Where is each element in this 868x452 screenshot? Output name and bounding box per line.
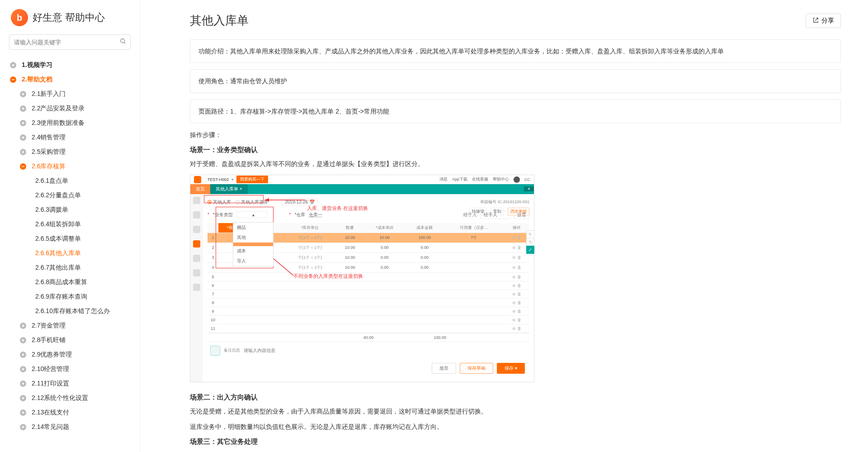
share-button[interactable]: 分享 xyxy=(806,14,841,28)
nav-item[interactable]: 2.6.10库存账本错了怎么办 xyxy=(9,304,140,319)
search-box xyxy=(9,34,131,50)
top-link[interactable]: 在线客服 xyxy=(472,176,488,182)
rail-icon[interactable] xyxy=(193,240,200,247)
brand-icon xyxy=(194,176,201,183)
col-header: *库存单位 xyxy=(284,223,336,233)
cancel-button[interactable]: 放弃 xyxy=(432,363,456,374)
role-label: 使用角色： xyxy=(198,77,230,85)
nav-item[interactable]: 2.11打印设置 xyxy=(9,376,140,391)
dropdown-option[interactable]: 赠品 xyxy=(233,223,273,233)
table-row[interactable]: 10⊕ 🗑 xyxy=(208,315,529,324)
plus-icon xyxy=(9,61,17,69)
nav-item[interactable]: 2.6.8商品成本重算 xyxy=(9,275,140,290)
total-amt: 100.00 xyxy=(422,335,458,340)
nav-label: 2.12系统个性化设置 xyxy=(32,394,88,402)
nav-label: 2.6库存核算 xyxy=(32,162,66,171)
table-row[interactable]: 11⊕ 🗑 xyxy=(208,324,529,333)
dropdown-option[interactable]: 其他 xyxy=(233,233,273,243)
top-link[interactable]: CC xyxy=(524,177,530,182)
nav-item[interactable]: 2.8手机旺铺 xyxy=(9,333,140,347)
nav-item[interactable]: 2.14常见问题 xyxy=(9,420,140,434)
plus-icon xyxy=(19,90,27,98)
shot-tabs: 首页 其他入库单 × × xyxy=(190,184,534,194)
nav-label: 2.9优惠券管理 xyxy=(32,351,72,359)
warehouse-value[interactable]: 仓库一 xyxy=(309,212,322,218)
dropdown-option[interactable]: 导入 xyxy=(233,256,273,266)
rail-icon[interactable] xyxy=(193,255,200,262)
buy-button[interactable]: 我要购买—下 xyxy=(236,176,268,183)
nav-item[interactable]: 1.视频学习 xyxy=(9,58,140,72)
dropdown-option[interactable] xyxy=(233,243,273,246)
remark-input[interactable] xyxy=(244,348,527,353)
nav-item[interactable]: 2.9优惠券管理 xyxy=(9,347,140,362)
nav-item[interactable]: 2.6.9库存账本查询 xyxy=(9,290,140,304)
rail-icon[interactable] xyxy=(193,197,200,204)
nav-item[interactable]: 2.6.5成本调整单 xyxy=(9,232,140,246)
table-row[interactable]: 7⊕ 🗑 xyxy=(208,290,529,298)
close-icon[interactable]: × xyxy=(524,186,534,191)
nav-item[interactable]: 2.12系统个性化设置 xyxy=(9,391,140,405)
tool-icon[interactable]: ⤢ xyxy=(526,246,534,254)
search-input[interactable] xyxy=(9,34,131,50)
nav-item[interactable]: 2.6.2分量盘点单 xyxy=(9,188,140,203)
annotation-box xyxy=(204,195,264,203)
svg-marker-19 xyxy=(264,198,269,202)
rail-icon[interactable] xyxy=(193,226,200,233)
plus-icon xyxy=(19,423,27,431)
biztype-select[interactable]: ▴ xyxy=(236,211,268,218)
nav-item[interactable]: 2.6.7其他出库单 xyxy=(9,261,140,275)
minus-icon xyxy=(19,162,27,171)
table-row[interactable]: 8⊕ 🗑 xyxy=(208,298,529,307)
chevron-down-icon: ▾ xyxy=(231,177,234,182)
rail-icon[interactable] xyxy=(193,211,200,219)
nav-item[interactable]: 2.7资金管理 xyxy=(9,319,140,333)
nav-item[interactable]: 2.2产品安装及登录 xyxy=(9,101,140,116)
search-icon[interactable] xyxy=(120,38,126,46)
account-name: TEST-H002 xyxy=(208,177,229,182)
plus-icon xyxy=(19,336,27,344)
shot-header: TEST-H002 ▾ 我要购买—下 消息 App下载 在线客服 帮助中心 CC xyxy=(190,175,534,184)
nav-item[interactable]: 2.帮助文档 xyxy=(9,72,140,87)
nav-item[interactable]: 2.5采购管理 xyxy=(9,145,140,159)
tab-active[interactable]: 其他入库单 × xyxy=(210,184,248,194)
plus-icon xyxy=(19,119,27,127)
top-link[interactable]: App下载 xyxy=(452,176,467,182)
logo[interactable]: b 好生意 帮助中心 xyxy=(9,9,140,26)
nav-item[interactable]: 2.3使用前数据准备 xyxy=(9,116,140,130)
top-link[interactable]: 消息 xyxy=(439,176,448,182)
nav-item[interactable]: 2.6.3调拨单 xyxy=(9,203,140,217)
side-tools: ✎ ⎘ ⤢ xyxy=(526,230,534,253)
top-links: 消息 App下载 在线客服 帮助中心 CC xyxy=(439,176,530,183)
avatar-icon xyxy=(514,176,520,183)
rail-icon[interactable] xyxy=(193,269,200,276)
history-button[interactable]: 历史单据 xyxy=(508,208,529,215)
nav-label: 2.3使用前数据准备 xyxy=(32,119,85,127)
nav-item[interactable]: 2.10经营管理 xyxy=(9,362,140,376)
nav-label: 2.8手机旺铺 xyxy=(32,336,66,344)
table-row[interactable]: 6⊕ 🗑 xyxy=(208,281,529,290)
save-button[interactable]: 保存 ▾ xyxy=(497,363,525,374)
nav-item[interactable]: 2.4销售管理 xyxy=(9,130,140,145)
draft-button[interactable]: 保存草稿 xyxy=(460,363,493,374)
left-rail xyxy=(190,194,203,382)
nav-item[interactable]: 2.6.1盘点单 xyxy=(9,174,140,188)
nav-item[interactable]: 2.6.6其他入库单 xyxy=(9,246,140,261)
table-row[interactable]: 5⊕ 🗑 xyxy=(208,272,529,281)
nav-label: 2.6.7其他出库单 xyxy=(35,264,81,272)
top-link[interactable]: 帮助中心 xyxy=(493,176,509,182)
col-header: 成本金额 xyxy=(406,223,444,233)
tab-home[interactable]: 首页 xyxy=(190,184,210,194)
clerk-select[interactable]: 经手人 xyxy=(481,211,510,219)
annotation-text: 不同业务的入库类型在这里切换 xyxy=(293,273,363,280)
dropdown-option[interactable]: 成本 xyxy=(233,246,273,256)
nav-item[interactable]: 2.13在线支付 xyxy=(9,405,140,420)
nav-item[interactable]: 2.6库存核算 xyxy=(9,159,140,174)
nav-label: 2.6.10库存账本错了怎么办 xyxy=(35,307,110,315)
nav-item[interactable]: 2.6.4组装拆卸单 xyxy=(9,217,140,232)
tool-icon[interactable]: ⎘ xyxy=(526,238,534,246)
table-row[interactable]: 9⊕ 🗑 xyxy=(208,307,529,315)
nav-item[interactable]: 2.1新手入门 xyxy=(9,87,140,101)
rail-icon[interactable] xyxy=(193,284,200,291)
tool-icon[interactable]: ✎ xyxy=(526,230,534,238)
main-content: 其他入库单 分享 功能介绍：其他入库单用来处理除采购入库、产成品入库之外的其他入… xyxy=(140,0,868,452)
